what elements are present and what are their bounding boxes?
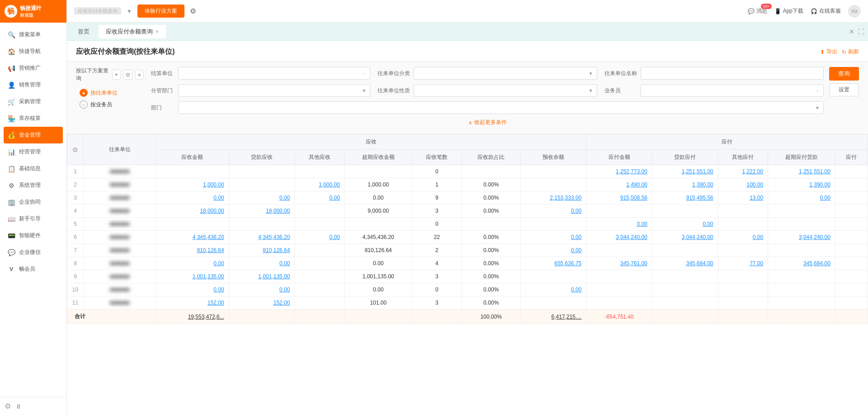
partner-nature-select[interactable]: ▼ bbox=[414, 84, 597, 97]
ar-loan-cell[interactable]: 152.00 bbox=[229, 296, 295, 310]
ap-overdue-cell[interactable]: 3,044,240.00 bbox=[768, 231, 835, 244]
collapse-more-btn[interactable]: ∧ 收起更多条件 bbox=[151, 117, 824, 128]
ar-amt-cell[interactable]: 0.00 bbox=[156, 257, 229, 270]
prepay-cell[interactable]: 2,153,333.00 bbox=[520, 191, 586, 205]
ap-other-cell[interactable]: 0.00 bbox=[718, 231, 768, 244]
salesman-input[interactable]: ··· bbox=[641, 84, 824, 97]
ap-loan-cell[interactable]: 1,390.00 bbox=[652, 178, 718, 191]
partner-category-select[interactable]: ▼ bbox=[414, 67, 597, 80]
sidebar-item-guide[interactable]: 📖 新手引导 bbox=[0, 210, 66, 227]
tab-close-icon[interactable]: × bbox=[156, 29, 159, 35]
prepay-cell[interactable]: 655,636.75 bbox=[520, 257, 586, 270]
sidebar-item-basic-info[interactable]: 📋 基础信息 bbox=[0, 160, 66, 177]
ap-loan-cell[interactable]: 3,044,240.00 bbox=[652, 231, 718, 244]
sidebar-item-inventory[interactable]: 🏪 库存核算 bbox=[0, 110, 66, 127]
tab-expand-icon[interactable]: ⛶ bbox=[858, 28, 864, 35]
sidebar-item-system[interactable]: ⚙ 系统管理 bbox=[0, 177, 66, 194]
tab-home[interactable]: 首页 bbox=[71, 25, 97, 38]
ap-amt-cell[interactable]: 3,044,240.00 bbox=[586, 231, 652, 244]
tab-close-all-icon[interactable]: ✕ bbox=[849, 28, 854, 35]
ap-other-cell[interactable]: 1,222.00 bbox=[718, 165, 768, 178]
prepay-cell[interactable]: 0.00 bbox=[520, 231, 586, 244]
ap-amt-cell[interactable]: 1,490.00 bbox=[586, 178, 652, 191]
ar-loan-cell[interactable]: 0.00 bbox=[229, 191, 295, 205]
ar-amt-cell[interactable]: 0.00 bbox=[156, 283, 229, 296]
ap-other-cell[interactable]: 100.00 bbox=[718, 178, 768, 191]
settings-icon[interactable]: ⚙ bbox=[5, 402, 11, 410]
summary-ar-amt[interactable]: 19,553,472,6... bbox=[156, 310, 229, 324]
ar-amt-cell[interactable]: 4,345,436.20 bbox=[156, 231, 229, 244]
ap-overdue-cell[interactable]: 1,390.00 bbox=[768, 178, 835, 191]
ar-other-cell[interactable]: 1,000.00 bbox=[295, 178, 344, 191]
collapse-scheme-button[interactable]: « bbox=[135, 70, 144, 80]
partner-name-input[interactable] bbox=[641, 67, 824, 80]
ap-loan-cell[interactable]: 345,684.00 bbox=[652, 257, 718, 270]
pause-icon[interactable]: ⏸ bbox=[15, 403, 22, 410]
ar-amt-cell[interactable]: 1,001,135.00 bbox=[156, 270, 229, 283]
dept-select[interactable]: ▼ bbox=[178, 101, 824, 114]
ap-amt-cell[interactable]: 345,761.00 bbox=[586, 257, 652, 270]
ar-loan-cell[interactable]: 18,000.00 bbox=[229, 205, 295, 218]
sidebar-item-search-menu[interactable]: 🔍 搜索菜单 bbox=[0, 26, 66, 43]
ar-amt-cell[interactable]: 152.00 bbox=[156, 296, 229, 310]
sidebar-item-operation[interactable]: 📊 经营管理 bbox=[0, 143, 66, 160]
service-button[interactable]: 🎧 在线客服 bbox=[811, 7, 841, 15]
prepay-cell[interactable]: 0.00 bbox=[520, 244, 586, 257]
sidebar-item-capital[interactable]: 💰 资金管理 bbox=[4, 127, 63, 143]
header-dropdown-icon[interactable]: ▼ bbox=[127, 8, 132, 14]
sidebar-item-sales[interactable]: 👤 销售管理 bbox=[0, 76, 66, 93]
sidebar-item-marketing[interactable]: 📢 营销推广 bbox=[0, 60, 66, 76]
ap-loan-cell[interactable]: 0.00 bbox=[652, 218, 718, 231]
ap-overdue-cell[interactable]: 0.00 bbox=[768, 191, 835, 205]
filter-tab-by-salesman[interactable]: ○ 按业务员 bbox=[76, 99, 144, 110]
ap-amt-cell[interactable]: 915,508.56 bbox=[586, 191, 652, 205]
message-button[interactable]: 💬 消息 99+ bbox=[748, 7, 767, 15]
ar-loan-cell[interactable]: 1,001,135.00 bbox=[229, 270, 295, 283]
sidebar-item-purchase[interactable]: 🛒 采购管理 bbox=[0, 93, 66, 110]
sidebar-item-member[interactable]: V 畅会员 bbox=[0, 261, 66, 277]
ap-overdue-cell[interactable]: 1,251,551.00 bbox=[768, 165, 835, 178]
sidebar-item-quick-nav[interactable]: 🏠 快捷导航 bbox=[0, 43, 66, 60]
ar-other-cell[interactable]: 0.00 bbox=[295, 191, 344, 205]
export-button[interactable]: ⬆ 导出 bbox=[820, 48, 837, 56]
ap-amt-cell[interactable]: 0.00 bbox=[586, 218, 652, 231]
settlement-unit-input[interactable]: ··· bbox=[178, 67, 370, 80]
sidebar-item-smart-hw[interactable]: 📟 智能硬件 bbox=[0, 227, 66, 244]
gear-icon[interactable]: ⚙ bbox=[190, 7, 196, 15]
setting-button[interactable]: 设置 bbox=[829, 83, 859, 96]
sidebar-item-corp-wx[interactable]: 💬 企业微信 bbox=[0, 244, 66, 261]
page-header: 应收应付余额查询(按往来单位) ⬆ 导出 ↻ 刷新 bbox=[67, 41, 868, 62]
app-download-button[interactable]: 📱 App下载 bbox=[774, 7, 803, 15]
sidebar-item-corp[interactable]: 🏢 企业协同 bbox=[0, 194, 66, 210]
ar-amt-cell[interactable]: 1,000.00 bbox=[156, 178, 229, 191]
ar-loan-cell[interactable]: 0.00 bbox=[229, 283, 295, 296]
promo-button[interactable]: 体验行业方案 bbox=[137, 5, 184, 18]
ar-loan-cell[interactable]: 4,345,436.20 bbox=[229, 231, 295, 244]
prepay-cell[interactable]: 0.00 bbox=[520, 283, 586, 296]
tab-ar-balance[interactable]: 应收应付余额查询 × bbox=[99, 25, 166, 38]
ap-other-cell[interactable]: 77.00 bbox=[718, 257, 768, 270]
ar-loan-cell[interactable]: 810,126.64 bbox=[229, 244, 295, 257]
table-settings-icon[interactable]: ⚙ bbox=[72, 146, 78, 153]
ap-loan-cell[interactable]: 1,251,551.00 bbox=[652, 165, 718, 178]
filter-tab-by-partner[interactable]: ● 按往来单位 bbox=[76, 87, 144, 99]
ap-loan-cell[interactable]: 915,495.56 bbox=[652, 191, 718, 205]
refresh-button[interactable]: ↻ 刷新 bbox=[842, 48, 859, 56]
edit-scheme-button[interactable]: ⊙ bbox=[123, 70, 132, 80]
ar-other-cell[interactable]: 0.00 bbox=[295, 231, 344, 244]
ar-amt-cell[interactable]: 18,000.00 bbox=[156, 205, 229, 218]
ar-count-cell: 1 bbox=[412, 178, 462, 191]
ap-amt-cell[interactable]: 1,252,773.00 bbox=[586, 165, 652, 178]
ar-loan-cell[interactable]: 0.00 bbox=[229, 257, 295, 270]
ap-other-cell[interactable]: 13.00 bbox=[718, 191, 768, 205]
dept-mgr-select[interactable]: ▼ bbox=[178, 84, 370, 97]
avatar[interactable]: Rit bbox=[848, 5, 861, 18]
ap-overdue-cell[interactable]: 345,684.00 bbox=[768, 257, 835, 270]
ar-amt-cell[interactable]: 0.00 bbox=[156, 191, 229, 205]
query-button[interactable]: 查询 bbox=[829, 67, 859, 81]
ar-amt-cell[interactable]: 810,126.64 bbox=[156, 244, 229, 257]
summary-prepay[interactable]: 6,417,215.... bbox=[520, 310, 586, 324]
add-scheme-button[interactable]: + bbox=[112, 70, 121, 80]
ar-ratio-cell bbox=[462, 165, 521, 178]
prepay-cell[interactable]: 0.00 bbox=[520, 205, 586, 218]
